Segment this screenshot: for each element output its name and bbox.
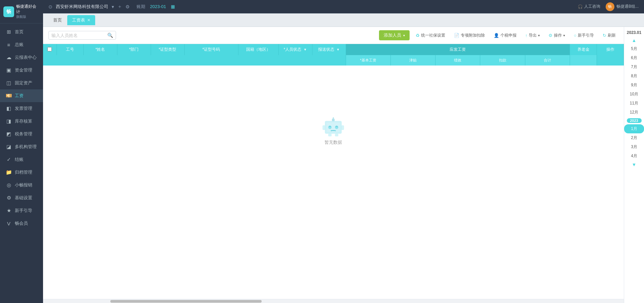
period-value[interactable]: 2023-01 (150, 4, 166, 9)
sidebar-label-general-ledger: 总账 (15, 42, 24, 48)
operate-action[interactable]: ⚙ 操作 ▾ (546, 31, 568, 40)
payroll-panel: 🔍 添加人员 ▾ ♻ 统一社保设置 📄 专项附加扣除 (43, 27, 624, 303)
month-10[interactable]: 10月 (624, 90, 644, 99)
sidebar-item-invoice[interactable]: ◧ 发票管理 (0, 102, 43, 115)
search-input[interactable] (51, 33, 105, 38)
month-1[interactable]: 1月 (624, 124, 644, 133)
tabbar: 首页 工资表 ✕ (43, 13, 644, 27)
fixed-assets-icon: ◫ (5, 80, 12, 86)
scroll-thumb[interactable] (110, 300, 262, 303)
special-deduct-label: 专项附加扣除 (461, 33, 485, 38)
refresh-action[interactable]: ↻ 刷新 (600, 31, 618, 40)
app-edition: 旗舰版 (16, 14, 40, 19)
archive-icon: 📁 (5, 169, 12, 175)
export-chevron-icon: ▾ (538, 34, 540, 37)
col-report[interactable]: 报送状态 ▼ (312, 44, 346, 55)
tab-home[interactable]: 首页 (48, 15, 67, 25)
month-8[interactable]: 8月 (624, 72, 644, 81)
month-picker-up[interactable]: ▲ (631, 36, 638, 44)
sidebar-item-fixed-assets[interactable]: ◫ 固定资产 (0, 77, 43, 89)
user-label: 畅捷通B组... (616, 4, 639, 9)
sidebar-label-payroll: 工资 (15, 93, 24, 99)
month-6[interactable]: 6月 (624, 53, 644, 62)
sidebar-item-guide[interactable]: ★ 新手引导 (0, 204, 43, 217)
operate-label: 操作 (554, 33, 562, 38)
ledger-icon: ≡ (5, 42, 12, 48)
col-ops: 操作 (597, 44, 624, 55)
sidebar-item-multi-org[interactable]: ◪ 多机构管理 (0, 140, 43, 153)
sidebar-item-archive[interactable]: 📁 归档管理 (0, 166, 43, 179)
guide-action-icon: ○ (574, 33, 576, 38)
sidebar-item-expense[interactable]: ◎ 小畅报销 (0, 179, 43, 191)
settlement-icon: ✓ (5, 157, 12, 163)
col-no: 工号 (56, 44, 83, 55)
sidebar-label-tax: 税务管理 (15, 131, 32, 137)
expense-icon: ◎ (5, 182, 12, 188)
export-action[interactable]: ↑ 导出 ▾ (523, 31, 543, 40)
sidebar-nav: ⊞ 首页 ≡ 总账 ☁ 云报表中心 ▣ 资金管理 ◫ 固定资产 💴 工资 (0, 24, 43, 303)
sidebar-item-settlement[interactable]: ✓ 结账 (0, 153, 43, 166)
month-2[interactable]: 2月 (624, 133, 644, 142)
report-filter-icon[interactable]: ▼ (336, 48, 340, 51)
guide-icon: ★ (5, 208, 12, 214)
calendar-icon[interactable]: ▦ (171, 4, 175, 9)
sidebar-item-general-ledger[interactable]: ≡ 总账 (0, 38, 43, 51)
tab-close-icon[interactable]: ✕ (87, 18, 90, 23)
guide-action[interactable]: ○ 新手引导 (571, 31, 597, 40)
tax-report-action[interactable]: 👤 个税申报 (491, 31, 519, 40)
sidebar-item-member[interactable]: V 畅会员 (0, 217, 43, 230)
sidebar-item-fund[interactable]: ▣ 资金管理 (0, 64, 43, 77)
month-4[interactable]: 4月 (624, 152, 644, 161)
app-container: 畅 畅捷通好会计 旗舰版 ⊞ 首页 ≡ 总账 ☁ 云报表中心 ▣ (0, 0, 644, 303)
app-name: 畅捷通好会计 (16, 4, 40, 14)
add-chevron-icon: ▾ (403, 34, 405, 37)
month-9[interactable]: 9月 (624, 81, 644, 90)
social-security-action[interactable]: ♻ 统一社保设置 (413, 31, 448, 40)
sidebar-item-tax[interactable]: ◩ 税务管理 (0, 128, 43, 140)
company-settings-icon[interactable]: ⚙ (125, 4, 130, 9)
select-all-checkbox[interactable] (47, 47, 52, 51)
add-company-icon[interactable]: ＋ (117, 4, 122, 10)
invoice-icon: ◧ (5, 105, 12, 112)
search-icon: 🔍 (107, 33, 113, 38)
period-label: 账期 (137, 4, 145, 10)
sidebar-item-cloud-report[interactable]: ☁ 云报表中心 (0, 51, 43, 64)
col-bonus: 津贴 (390, 55, 435, 66)
col-ops-sub (597, 55, 624, 66)
service-button[interactable]: 🎧 人工咨询 (578, 4, 600, 9)
company-icon: ⊙ (48, 4, 52, 9)
month-11[interactable]: 11月 (624, 99, 644, 108)
sidebar-label-invoice: 发票管理 (15, 105, 32, 112)
operate-icon: ⚙ (548, 33, 553, 38)
month-12[interactable]: 12月 (624, 108, 644, 117)
refresh-label: 刷新 (608, 33, 616, 38)
main-area: ⊙ 西安虾米网络科技有限公司 ▾ ＋ ⚙ 账期 2023-01 ▦ 🎧 人工咨询… (43, 0, 644, 303)
tab-payroll-table[interactable]: 工资表 ✕ (67, 15, 95, 25)
add-person-button[interactable]: 添加人员 ▾ (379, 30, 410, 40)
sidebar-logo: 畅 畅捷通好会计 旗舰版 (0, 0, 43, 24)
status-filter-icon[interactable]: ▼ (304, 48, 307, 51)
col-status[interactable]: *人员状态 ▼ (278, 44, 312, 55)
refresh-icon: ↻ (603, 33, 606, 38)
col-checkbox[interactable] (43, 44, 56, 55)
sidebar-label-expense: 小畅报销 (15, 182, 32, 188)
sidebar-item-home[interactable]: ⊞ 首页 (0, 26, 43, 38)
service-label: 人工咨询 (584, 4, 600, 9)
month-picker-down[interactable]: ▼ (631, 161, 638, 169)
month-7[interactable]: 7月 (624, 62, 644, 72)
col-id-type: *证型类型 (151, 44, 184, 55)
svg-rect-7 (323, 125, 325, 130)
empty-icon (320, 113, 347, 139)
social-security-icon: ♻ (416, 33, 420, 38)
company-dropdown-icon[interactable]: ▾ (112, 4, 114, 9)
search-wrap: 🔍 (48, 31, 116, 40)
month-3[interactable]: 3月 (624, 142, 644, 152)
svg-rect-5 (332, 119, 335, 121)
month-5[interactable]: 5月 (624, 44, 644, 53)
fund-icon: ▣ (5, 67, 12, 73)
user-menu[interactable]: 畅 畅捷通B组... (606, 2, 639, 11)
sidebar-item-inventory[interactable]: ◨ 库存核算 (0, 115, 43, 128)
special-deduct-action[interactable]: 📄 专项附加扣除 (451, 31, 488, 40)
sidebar-item-payroll[interactable]: 💴 工资 (0, 89, 43, 102)
sidebar-item-settings[interactable]: ⚙ 基础设置 (0, 191, 43, 204)
